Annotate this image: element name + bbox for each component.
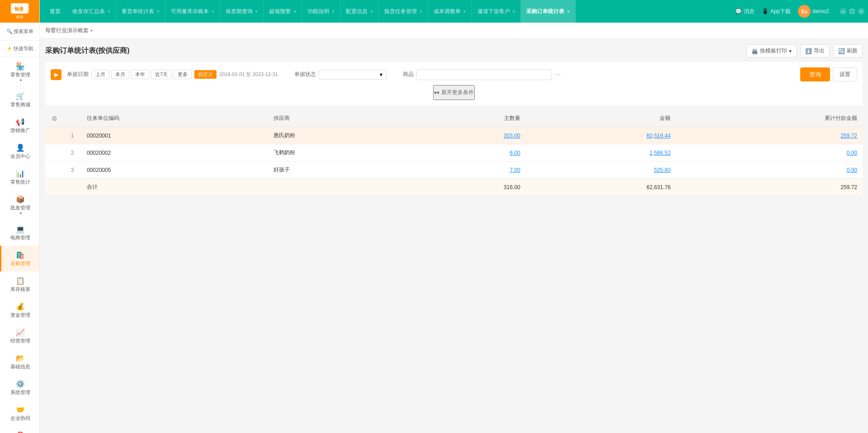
nav-tab-purchase-stats[interactable]: 采购订单统计表 × — [521, 0, 576, 23]
inventory-icon: 📋 — [16, 276, 25, 285]
search-menu-button[interactable]: 🔍 搜索菜单 — [2, 26, 38, 37]
close-tab-goods-stats[interactable]: × — [157, 9, 160, 14]
cell-quantity-1[interactable]: 303.00 — [408, 127, 526, 144]
sidebar-item-system[interactable]: ⚙️ 系统管理 — [0, 375, 39, 400]
sidebar-item-newbie[interactable]: 🎯 新手引导 — [0, 426, 39, 433]
sidebar-item-label-enterprise: 企业协同 — [10, 415, 30, 422]
sidebar-item-ecommerce[interactable]: 💻 电商管理 — [0, 220, 39, 246]
table-row: 3 00020005 好孩子 7.00 525.80 0.00 — [45, 162, 863, 179]
filter-row: ▶ 单据日期 上月 本月 本年 近7天 更多 自定义 2016-01-01 至 … — [51, 67, 857, 81]
data-table: ⚙ 往来单位编码 供应商 主数量 金额 累计付款金额 1 — [45, 110, 863, 195]
cell-amount-2[interactable]: 1,586.52 — [526, 144, 676, 162]
sidebar-item-retail-stats[interactable]: 📊 零售统计 — [0, 164, 39, 190]
filter-collapse-button[interactable]: ▶ — [51, 69, 61, 80]
nav-tab-config-info[interactable]: 配置信息 × — [340, 0, 379, 23]
tab-label-purchase-stats: 采购订单统计表 — [526, 8, 564, 15]
maximize-button[interactable]: ⛶ — [849, 8, 855, 14]
status-select-arrow: ▾ — [380, 71, 382, 78]
sidebar-item-retail[interactable]: 🏪 零售管理 ▾ — [0, 57, 39, 87]
sidebar-item-member[interactable]: 👤 会员中心 — [0, 138, 39, 164]
close-tab-invite-downstream[interactable]: × — [513, 9, 515, 14]
app-download-label: App下载 — [770, 8, 791, 15]
sidebar-item-inventory[interactable]: 📋 库存核算 — [0, 271, 39, 297]
col-paid-amount: 累计付款金额 — [676, 110, 863, 127]
finance-icon: 💰 — [16, 302, 25, 311]
sidebar-item-basic[interactable]: 📂 基础信息 — [0, 349, 39, 375]
tab-label-goods-stats: 要货单统计表 — [122, 8, 154, 15]
sidebar-item-wholesale[interactable]: 📦 批发管理 ▾ — [0, 190, 39, 220]
goods-filter-input[interactable] — [416, 69, 552, 80]
close-button[interactable]: × — [858, 8, 864, 14]
nav-tab-home[interactable]: 首页 — [43, 0, 67, 23]
close-tab-receive-send[interactable]: × — [108, 9, 110, 14]
cell-supplier-name-3: 好孩子 — [268, 162, 408, 179]
retail-expand-icon: ▾ — [20, 78, 22, 82]
sidebar-item-finance[interactable]: 💰 资金管理 — [0, 297, 39, 323]
nav-tab-pick-task[interactable]: 拣货任务管理 × — [379, 0, 428, 23]
date-custom-badge[interactable]: 自定义 — [194, 70, 217, 79]
message-item[interactable]: 💬 消息 — [735, 8, 755, 15]
nav-tab-expiry-query[interactable]: 保质期查询 × — [220, 0, 264, 23]
date-last-month-button[interactable]: 上月 — [91, 70, 109, 79]
tab-label-config-info: 配置信息 — [346, 8, 368, 15]
filter-card: ▶ 单据日期 上月 本月 本年 近7天 更多 自定义 2016-01-01 至 … — [45, 62, 863, 105]
goods-filter-more-icon[interactable]: ··· — [555, 71, 561, 79]
sidebar-item-purchase[interactable]: 🛍️ 采购管理 — [0, 246, 39, 271]
close-tab-expiry-query[interactable]: × — [255, 9, 258, 14]
sidebar-item-marketing[interactable]: 📢 营销推广 — [0, 113, 39, 138]
cell-paid-amount-2[interactable]: 0.00 — [676, 144, 863, 162]
date-this-month-button[interactable]: 本月 — [111, 70, 129, 79]
breadcrumb-dropdown[interactable]: 母婴行业演示账套 ▾ — [45, 27, 93, 34]
tab-label-receive-send: 收发存汇总表 — [72, 8, 105, 15]
query-button[interactable]: 查询 — [800, 67, 830, 81]
close-tab-overstock[interactable]: × — [293, 9, 296, 14]
sidebar-item-operations[interactable]: 📈 经营管理 — [0, 323, 39, 349]
refresh-button[interactable]: 🔄 刷新 — [833, 44, 863, 57]
expand-more-row: ▾▾ 展开更多条件 — [51, 85, 857, 100]
export-button[interactable]: ⬇️ 导出 — [800, 44, 830, 57]
app-download-item[interactable]: 📱 App下载 — [762, 8, 791, 15]
nav-tab-invite-downstream[interactable]: 邀请下游客户 × — [472, 0, 521, 23]
cell-quantity-3[interactable]: 7.00 — [408, 162, 526, 179]
page-header: 采购订单统计表(按供应商) 🖨️ 按模板打印 ▾ ⬇️ 导出 🔄 刷新 — [45, 44, 863, 57]
nav-tab-func-desc[interactable]: 功能说明 × — [302, 0, 340, 23]
date-7days-button[interactable]: 近7天 — [151, 70, 172, 79]
table-settings-icon[interactable]: ⚙ — [52, 115, 57, 122]
close-tab-pick-task[interactable]: × — [420, 9, 422, 14]
main-content: 首页 收发存汇总表 × 要货单统计表 × 可用量库存账本 × 保质期查询 × 超… — [40, 0, 868, 433]
nav-tab-cost-adjust[interactable]: 成本调整单 × — [428, 0, 472, 23]
cell-quantity-2[interactable]: 6.00 — [408, 144, 526, 162]
print-button[interactable]: 🖨️ 按模板打印 ▾ — [746, 44, 797, 57]
nav-tab-overstock[interactable]: 超储预警 × — [264, 0, 302, 23]
nav-tab-avail-inventory[interactable]: 可用量库存账本 × — [165, 0, 220, 23]
cell-paid-amount-1[interactable]: 259.72 — [676, 127, 863, 144]
date-this-year-button[interactable]: 本年 — [131, 70, 149, 79]
print-arrow-icon: ▾ — [789, 48, 792, 54]
close-tab-purchase-stats[interactable]: × — [567, 9, 570, 14]
close-tab-func-desc[interactable]: × — [332, 9, 335, 14]
shortcut-nav: ⚡ 快捷导航 — [0, 41, 39, 57]
window-controls: — ⛶ × — [840, 8, 864, 14]
nav-tab-goods-stats[interactable]: 要货单统计表 × — [116, 0, 165, 23]
breadcrumb-arrow-icon: ▾ — [90, 28, 93, 33]
user-item[interactable]: Ea demo2 — [798, 5, 829, 18]
filter-settings-button[interactable]: 设置 — [833, 67, 857, 81]
sidebar-item-retail-mall[interactable]: 🛒 零售商城 — [0, 87, 39, 113]
nav-tab-receive-send[interactable]: 收发存汇总表 × — [67, 0, 116, 23]
minimize-button[interactable]: — — [840, 8, 846, 14]
breadcrumb-text: 母婴行业演示账套 — [45, 27, 89, 34]
svg-text:畅捷: 畅捷 — [14, 6, 24, 11]
cell-paid-amount-3[interactable]: 0.00 — [676, 162, 863, 179]
sidebar-item-enterprise[interactable]: 🤝 企业协同 — [0, 400, 39, 426]
expand-more-button[interactable]: ▾▾ 展开更多条件 — [433, 85, 475, 100]
date-more-button[interactable]: 更多 — [174, 70, 192, 79]
shortcut-nav-button[interactable]: ⚡ 快捷导航 — [0, 43, 39, 55]
status-select[interactable]: ▾ — [319, 70, 387, 80]
close-tab-avail-inventory[interactable]: × — [212, 9, 214, 14]
cell-amount-3[interactable]: 525.80 — [526, 162, 676, 179]
sidebar-item-label-retail: 零售管理 — [10, 71, 30, 78]
tab-label-invite-downstream: 邀请下游客户 — [477, 8, 510, 15]
close-tab-config-info[interactable]: × — [370, 9, 373, 14]
close-tab-cost-adjust[interactable]: × — [463, 9, 466, 14]
cell-amount-1[interactable]: 60,519.44 — [526, 127, 676, 144]
